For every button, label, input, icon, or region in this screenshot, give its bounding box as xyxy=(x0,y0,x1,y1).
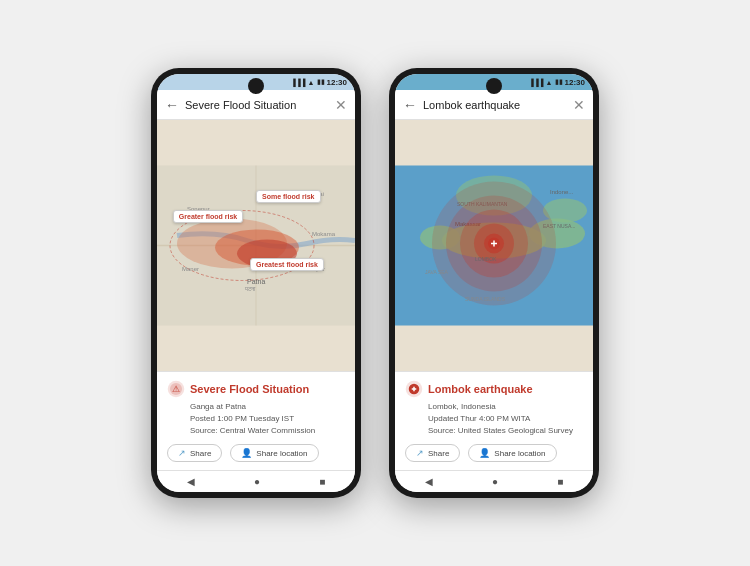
info-panel-eq: Lombok earthquake Lombok, Indonesia Upda… xyxy=(395,371,593,470)
flood-label-greatest: Greatest flood risk xyxy=(250,258,324,271)
phone-earthquake: ▐▐▐ ▲ ▮▮ 12:30 ← Lombok earthquake ✕ xyxy=(389,68,599,498)
svg-text:SUNDA ISLANDS: SUNDA ISLANDS xyxy=(465,296,506,302)
status-icons: ▐▐▐ ▲ ▮▮ xyxy=(291,78,325,86)
flood-map-area: Sonepur Begusarai Mokama Patna पटना Mane… xyxy=(157,120,355,371)
share-icon-flood: ↗ xyxy=(178,448,186,458)
svg-text:JAVA SEA: JAVA SEA xyxy=(425,269,449,275)
share-button-eq[interactable]: ↗ Share xyxy=(405,444,460,462)
earthquake-icon xyxy=(405,380,423,398)
info-header-flood: ⚠ Severe Flood Situation xyxy=(167,380,345,398)
phone-inner-flood: ▐▐▐ ▲ ▮▮ 12:30 ← Severe Flood Situation … xyxy=(157,74,355,492)
flood-map-svg: Sonepur Begusarai Mokama Patna पटना Mane… xyxy=(157,120,355,371)
scene: ▐▐▐ ▲ ▮▮ 12:30 ← Severe Flood Situation … xyxy=(0,0,750,566)
nav-bar-flood: ◀ ● ■ xyxy=(157,470,355,492)
share-icon-eq: ↗ xyxy=(416,448,424,458)
info-sub-eq: Lombok, Indonesia Updated Thur 4:00 PM W… xyxy=(428,401,583,437)
status-time: 12:30 xyxy=(327,78,347,87)
close-button-eq[interactable]: ✕ xyxy=(573,97,585,113)
info-line2-flood: Posted 1:00 PM Tuesday IST xyxy=(190,413,345,425)
back-arrow-eq[interactable]: ← xyxy=(403,97,417,113)
share-location-button-eq[interactable]: 👤 Share location xyxy=(468,444,556,462)
info-title-eq: Lombok earthquake xyxy=(428,383,533,395)
info-line3-flood: Source: Central Water Commission xyxy=(190,425,345,437)
status-time-eq: 12:30 xyxy=(565,78,585,87)
search-title-flood: Severe Flood Situation xyxy=(185,99,335,111)
search-bar-eq: ← Lombok earthquake ✕ xyxy=(395,90,593,120)
action-row-flood: ↗ Share 👤 Share location xyxy=(167,444,345,462)
svg-text:Indone...: Indone... xyxy=(550,189,574,195)
share-location-button-flood[interactable]: 👤 Share location xyxy=(230,444,318,462)
svg-text:⚠: ⚠ xyxy=(172,384,180,394)
close-button-flood[interactable]: ✕ xyxy=(335,97,347,113)
search-bar-flood: ← Severe Flood Situation ✕ xyxy=(157,90,355,120)
nav-home-eq[interactable]: ● xyxy=(492,476,498,487)
info-line3-eq: Source: United States Geological Survey xyxy=(428,425,583,437)
phone-notch-eq xyxy=(486,78,502,94)
wifi-icon-eq: ▲ xyxy=(546,79,553,86)
signal-icon-eq: ▐▐▐ xyxy=(529,79,544,86)
action-row-eq: ↗ Share 👤 Share location xyxy=(405,444,583,462)
svg-text:Mokama: Mokama xyxy=(312,231,336,237)
phone-notch xyxy=(248,78,264,94)
phone-flood: ▐▐▐ ▲ ▮▮ 12:30 ← Severe Flood Situation … xyxy=(151,68,361,498)
eq-map-svg: Indone... SOUTH KALIMANTAN EAST NUSA... … xyxy=(395,120,593,371)
info-line1-flood: Ganga at Patna xyxy=(190,401,345,413)
info-line1-eq: Lombok, Indonesia xyxy=(428,401,583,413)
status-icons-eq: ▐▐▐ ▲ ▮▮ xyxy=(529,78,563,86)
back-arrow-flood[interactable]: ← xyxy=(165,97,179,113)
svg-text:Maner: Maner xyxy=(182,266,199,272)
signal-icon: ▐▐▐ xyxy=(291,79,306,86)
svg-text:LOMBOK: LOMBOK xyxy=(475,256,497,262)
location-icon-eq: 👤 xyxy=(479,448,490,458)
share-button-flood[interactable]: ↗ Share xyxy=(167,444,222,462)
nav-recents-flood[interactable]: ■ xyxy=(319,476,325,487)
svg-text:पटना: पटना xyxy=(244,286,256,292)
info-title-flood: Severe Flood Situation xyxy=(190,383,309,395)
phone-inner-eq: ▐▐▐ ▲ ▮▮ 12:30 ← Lombok earthquake ✕ xyxy=(395,74,593,492)
nav-recents-eq[interactable]: ■ xyxy=(557,476,563,487)
nav-back-eq[interactable]: ◀ xyxy=(425,476,433,487)
flood-icon: ⚠ xyxy=(167,380,185,398)
info-line2-eq: Updated Thur 4:00 PM WITA xyxy=(428,413,583,425)
nav-back-flood[interactable]: ◀ xyxy=(187,476,195,487)
svg-text:Patna: Patna xyxy=(247,278,265,285)
eq-map-area: Indone... SOUTH KALIMANTAN EAST NUSA... … xyxy=(395,120,593,371)
info-header-eq: Lombok earthquake xyxy=(405,380,583,398)
info-sub-flood: Ganga at Patna Posted 1:00 PM Tuesday IS… xyxy=(190,401,345,437)
battery-icon: ▮▮ xyxy=(317,78,325,86)
wifi-icon: ▲ xyxy=(308,79,315,86)
search-title-eq: Lombok earthquake xyxy=(423,99,573,111)
nav-bar-eq: ◀ ● ■ xyxy=(395,470,593,492)
battery-icon-eq: ▮▮ xyxy=(555,78,563,86)
info-panel-flood: ⚠ Severe Flood Situation Ganga at Patna … xyxy=(157,371,355,470)
nav-home-flood[interactable]: ● xyxy=(254,476,260,487)
flood-label-some: Some flood risk xyxy=(256,190,321,203)
location-icon-flood: 👤 xyxy=(241,448,252,458)
flood-label-greater: Greater flood risk xyxy=(173,210,243,223)
